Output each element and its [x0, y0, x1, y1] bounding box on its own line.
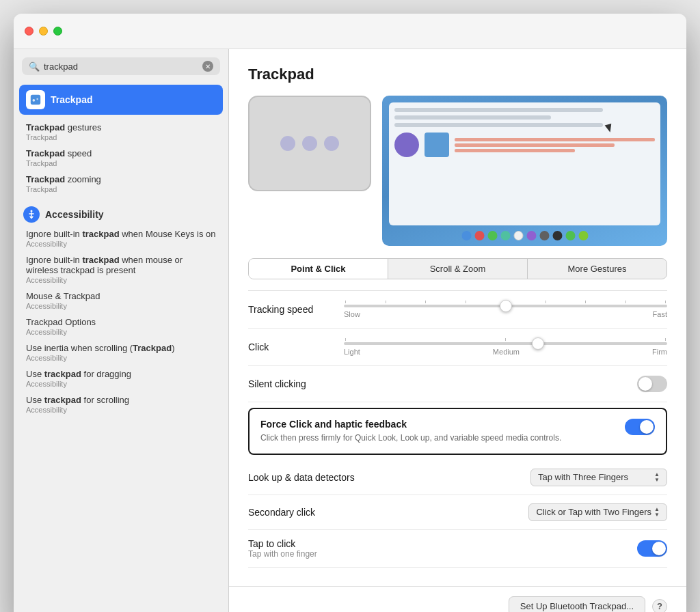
tick [546, 301, 546, 303]
sidebar-sub-category: Trackpad [26, 185, 216, 193]
look-up-dropdown[interactable]: Tap with Three Fingers ▲ ▼ [530, 469, 667, 486]
sidebar-sub-category: Trackpad [26, 159, 216, 167]
force-click-box: Force Click and haptic feedback Click th… [248, 408, 667, 455]
trackpad-icon [26, 90, 45, 109]
secondary-click-value: Click or Tap with Two Fingers [536, 507, 651, 517]
screen-cursor [606, 124, 612, 134]
sidebar-sub-category: Trackpad [26, 133, 216, 141]
screen-bar [455, 138, 655, 141]
sidebar-sub-title: Mouse & Trackpad [26, 291, 216, 301]
search-clear-button[interactable]: ✕ [202, 61, 213, 72]
preview-area [248, 96, 667, 246]
color-dot [513, 231, 523, 240]
tick [625, 301, 626, 303]
tick [665, 338, 666, 341]
sidebar-sub-title: Ignore built-in trackpad when Mouse Keys… [26, 229, 216, 239]
force-click-text: Force Click and haptic feedback Click th… [260, 419, 617, 444]
search-input[interactable] [44, 61, 198, 72]
click-label: Click [248, 342, 344, 352]
screen-rect [425, 133, 449, 157]
tracking-speed-thumb[interactable] [500, 300, 512, 312]
color-dot [500, 231, 510, 240]
tracking-speed-track[interactable] [344, 305, 667, 307]
sidebar-item-trackpad-zooming[interactable]: Trackpad zooming Trackpad [14, 171, 228, 197]
titlebar [14, 14, 686, 49]
tab-scroll-zoom[interactable]: Scroll & Zoom [388, 259, 528, 279]
sidebar-item-ignore-mouse-keys[interactable]: Ignore built-in trackpad when Mouse Keys… [14, 225, 228, 251]
look-up-value: Tap with Three Fingers [538, 472, 628, 482]
color-dot [565, 231, 575, 240]
sidebar-sub-category: Accessibility [26, 406, 216, 414]
force-click-thumb [640, 420, 654, 434]
silent-clicking-thumb [638, 377, 652, 391]
secondary-click-dropdown[interactable]: Click or Tap with Two Fingers ▲ ▼ [528, 503, 667, 521]
force-click-toggle[interactable] [625, 419, 655, 435]
color-dot [487, 231, 497, 240]
accessibility-label: Accessibility [45, 209, 104, 220]
maximize-button[interactable] [53, 27, 62, 36]
tick [505, 338, 506, 341]
svg-point-1 [33, 99, 36, 102]
tabs-container: Point & Click Scroll & Zoom More Gesture… [248, 258, 667, 279]
sidebar-sub-title: Trackpad Options [26, 317, 216, 327]
sidebar-item-trackpad-gestures[interactable]: Trackpad gestures Trackpad [14, 119, 228, 145]
silent-clicking-toggle[interactable] [637, 376, 667, 392]
sidebar-sub-title: Trackpad speed [26, 148, 216, 158]
sidebar-item-inertia[interactable]: Use inertia when scrolling (Trackpad) Ac… [14, 339, 228, 365]
svg-point-2 [36, 98, 38, 100]
tab-more-gestures[interactable]: More Gestures [528, 259, 667, 279]
color-dot [526, 231, 536, 240]
tick [665, 301, 666, 303]
silent-clicking-label: Silent clicking [248, 378, 344, 389]
screen-line [394, 115, 551, 120]
tap-click-title: Tap to click [248, 538, 637, 549]
look-up-row: Look up & data detectors Tap with Three … [248, 460, 667, 495]
help-button[interactable]: ? [652, 599, 667, 613]
silent-clicking-row: Silent clicking [248, 366, 667, 402]
setup-bluetooth-button[interactable]: Set Up Bluetooth Trackpad... [509, 596, 645, 612]
slider-max-label: Fast [653, 310, 667, 318]
click-track[interactable] [344, 342, 667, 345]
dropdown-arrows-icon: ▲ ▼ [654, 507, 660, 518]
tap-to-click-toggle[interactable] [637, 540, 667, 557]
sidebar-item-trackpad-speed[interactable]: Trackpad speed Trackpad [14, 145, 228, 171]
close-button[interactable] [25, 27, 33, 36]
screen-preview [382, 96, 667, 246]
click-slider-container: Light Medium Firm [344, 338, 667, 356]
svg-point-3 [31, 210, 33, 212]
sidebar-item-mouse-trackpad[interactable]: Mouse & Trackpad Accessibility [14, 288, 228, 314]
sidebar-sub-category: Accessibility [26, 240, 216, 248]
tab-point-click[interactable]: Point & Click [249, 259, 388, 279]
sidebar-sub-category: Accessibility [26, 354, 216, 362]
force-click-description: Click then press firmly for Quick Look, … [260, 432, 617, 444]
color-dot [578, 231, 588, 240]
tick [386, 301, 386, 303]
click-thumb[interactable] [532, 337, 544, 350]
search-icon: 🔍 [29, 61, 40, 72]
content-area: 🔍 ✕ Trackpad [14, 49, 686, 612]
click-row: Click Light [248, 329, 667, 366]
sidebar-sub-title: Use trackpad for scrolling [26, 395, 216, 405]
trackpad-dot [302, 136, 317, 151]
tap-to-click-thumb [652, 542, 666, 555]
sidebar-sub-title: Trackpad zooming [26, 174, 216, 184]
settings-section: Tracking speed [248, 290, 667, 568]
sidebar-sub-category: Accessibility [26, 276, 216, 284]
main-panel: Trackpad [229, 49, 686, 612]
sidebar-item-trackpad[interactable]: Trackpad [19, 85, 223, 115]
sidebar-item-trackpad-dragging[interactable]: Use trackpad for dragging Accessibility [14, 365, 228, 391]
minimize-button[interactable] [39, 27, 48, 36]
click-max-label: Firm [652, 348, 667, 356]
tick [585, 301, 586, 303]
sidebar-item-ignore-wireless[interactable]: Ignore built-in trackpad when mouse or w… [14, 251, 228, 288]
slider-min-label: Slow [344, 310, 360, 318]
sidebar-item-trackpad-scrolling[interactable]: Use trackpad for scrolling Accessibility [14, 391, 228, 417]
bottom-bar: Set Up Bluetooth Trackpad... ? [229, 586, 686, 612]
sidebar-item-trackpad-options[interactable]: Trackpad Options Accessibility [14, 314, 228, 339]
screen-line [394, 108, 603, 112]
screen-bars [455, 133, 655, 157]
screen-bar [455, 143, 615, 147]
slider-labels: Light Medium Firm [344, 348, 667, 356]
trackpad-dot [280, 136, 295, 151]
traffic-lights [25, 27, 62, 36]
